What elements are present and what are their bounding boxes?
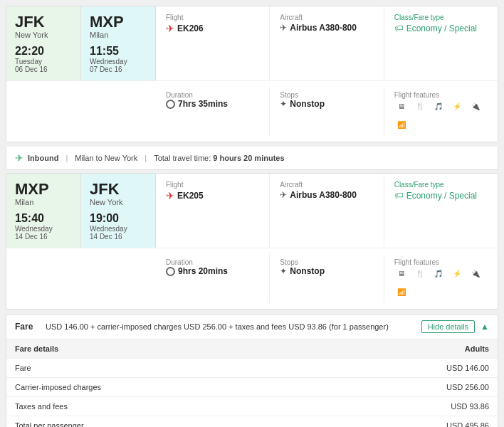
- main-container: JFK New York 22:20 Tuesday 06 Dec 16 MXP…: [0, 0, 504, 427]
- outbound-stops-label: Stops: [280, 91, 373, 99]
- clock-icon-2: [166, 267, 175, 276]
- outbound-arrive-col: MXP Milan 11:55 Wednesday 07 Dec 16: [81, 6, 156, 80]
- inbound-features-icons: 🖥 🍴 🎵 ⚡ 🔌 📶: [394, 266, 488, 299]
- inbound-secondary-row: Duration 9hrs 20mins Stops ✦ Nonstop Fli…: [6, 248, 498, 309]
- outbound-aircraft-value: Airbus A380-800: [290, 23, 357, 33]
- inbound-depart-arrive: MXP Milan 15:40 Wednesday 14 Dec 16 JFK …: [6, 174, 156, 248]
- fare-row: Total per passengerUSD 495.86: [6, 416, 498, 427]
- inbound-features-block: Flight features 🖥 🍴 🎵 ⚡ 🔌 📶: [384, 254, 498, 303]
- clock-icon: [166, 100, 175, 109]
- outbound-faretype-value: Economy / Special: [406, 23, 477, 33]
- fare-row-value: USD 256.00: [303, 378, 498, 397]
- fare-row-value: USD 495.86: [303, 416, 498, 427]
- wifi-icon-2: 📶: [394, 285, 409, 299]
- stops-icon-2: ✦: [280, 266, 287, 276]
- outbound-duration-block: Duration 7hrs 35mins: [156, 87, 270, 136]
- outbound-faretype-block: Class/Fare type 🏷 Economy / Special: [384, 6, 498, 80]
- inbound-flight-block: Flight ✈ EK205: [156, 174, 270, 248]
- fare-section-label: Fare: [15, 322, 40, 332]
- wifi-icon: 📶: [394, 117, 409, 132]
- outbound-depart-day: Tuesday: [15, 58, 72, 65]
- outbound-arrive-code: MXP: [90, 14, 147, 31]
- fare-row-label: Total per passenger: [6, 416, 303, 427]
- outbound-depart-arrive: JFK New York 22:20 Tuesday 06 Dec 16 MXP…: [6, 6, 156, 80]
- fare-header: Fare USD 146.00 + carrier-imposed charge…: [6, 315, 498, 339]
- inbound-duration-value: 9hrs 20mins: [178, 266, 228, 276]
- inbound-arrive-date: 14 Dec 16: [90, 233, 147, 241]
- hide-details-button[interactable]: Hide details: [421, 320, 475, 333]
- outbound-features-label: Flight features: [394, 91, 488, 99]
- meal-icon: 🍴: [413, 99, 427, 113]
- outbound-main-row: JFK New York 22:20 Tuesday 06 Dec 16 MXP…: [6, 6, 498, 81]
- inbound-arrive-city: New York: [90, 198, 147, 206]
- inbound-travel-time-label: Total travel time: 9 hours 20 minutes: [154, 154, 284, 162]
- emirates-icon-2: ✈: [166, 190, 174, 201]
- fare-row-label: Fare: [6, 359, 303, 378]
- fare-row: Carrier-imposed chargesUSD 256.00: [6, 378, 498, 397]
- inbound-faretype-value: Economy / Special: [406, 191, 477, 201]
- inbound-arrive-day: Wednesday: [90, 225, 147, 233]
- stops-icon: ✦: [280, 99, 287, 109]
- inbound-depart-day: Wednesday: [15, 225, 72, 233]
- inbound-stops-label: Stops: [280, 258, 373, 266]
- outbound-flight-card: JFK New York 22:20 Tuesday 06 Dec 16 MXP…: [6, 6, 498, 142]
- outbound-secondary-details: Duration 7hrs 35mins Stops ✦ Nonstop Fli…: [156, 81, 498, 142]
- inbound-stops-block: Stops ✦ Nonstop: [270, 254, 384, 303]
- fare-table-header-row: Fare details Adults: [6, 339, 498, 359]
- aircraft-icon: ✈: [280, 23, 287, 33]
- inbound-aircraft-block: Aircraft ✈ Airbus A380-800: [270, 174, 384, 248]
- usb-icon-2: 🔌: [468, 266, 483, 280]
- outbound-aircraft-block: Aircraft ✈ Airbus A380-800: [270, 6, 384, 80]
- inbound-flight-value: EK205: [177, 191, 204, 201]
- inbound-depart-code: MXP: [15, 181, 72, 198]
- usb-icon: 🔌: [468, 99, 483, 113]
- entertainment-icon: 🎵: [431, 99, 446, 113]
- inbound-arrive-col: JFK New York 19:00 Wednesday 14 Dec 16: [81, 174, 156, 248]
- meal-icon-2: 🍴: [413, 266, 427, 280]
- emirates-icon: ✈: [166, 23, 174, 34]
- outbound-flight-block: Flight ✈ EK206: [156, 6, 270, 80]
- outbound-faretype-label: Class/Fare type: [394, 14, 488, 21]
- inbound-depart-city: Milan: [15, 198, 72, 206]
- entertainment-icon-2: 🎵: [431, 266, 446, 280]
- fare-row-label: Carrier-imposed charges: [6, 378, 303, 397]
- outbound-arrive-date: 07 Dec 16: [90, 65, 147, 73]
- outbound-depart-col: JFK New York 22:20 Tuesday 06 Dec 16: [6, 6, 81, 80]
- fare-col1-header: Fare details: [6, 339, 303, 359]
- power-icon: ⚡: [450, 99, 464, 113]
- outbound-depart-code: JFK: [15, 14, 72, 31]
- fare-row-value: USD 146.00: [303, 359, 498, 378]
- aircraft-icon-2: ✈: [280, 190, 287, 200]
- inbound-bar: ✈ Inbound | Milan to New York | Total tr…: [6, 147, 498, 170]
- outbound-depart-date: 06 Dec 16: [15, 65, 72, 73]
- tag-icon: 🏷: [394, 23, 404, 33]
- inbound-faretype-block: Class/Fare type 🏷 Economy / Special: [384, 174, 498, 248]
- chevron-up-icon: ▲: [481, 322, 489, 332]
- outbound-stops-block: Stops ✦ Nonstop: [270, 87, 384, 136]
- fare-table-body: FareUSD 146.00Carrier-imposed chargesUSD…: [6, 359, 498, 427]
- outbound-duration-label: Duration: [166, 91, 259, 99]
- outbound-stops-value: Nonstop: [290, 99, 325, 109]
- outbound-depart-time: 22:20: [15, 45, 72, 58]
- inbound-travel-time: 9 hours 20 minutes: [213, 154, 284, 162]
- inbound-main-row: MXP Milan 15:40 Wednesday 14 Dec 16 JFK …: [6, 174, 498, 248]
- fare-col2-header: Adults: [303, 339, 498, 359]
- inbound-flight-card: MXP Milan 15:40 Wednesday 14 Dec 16 JFK …: [6, 173, 498, 310]
- outbound-arrive-city: Milan: [90, 31, 147, 39]
- inbound-flight-label: Flight: [166, 181, 259, 189]
- inbound-aircraft-value: Airbus A380-800: [290, 190, 357, 200]
- inbound-features-label: Flight features: [394, 258, 488, 266]
- inbound-duration-block: Duration 9hrs 20mins: [156, 254, 270, 303]
- inbound-aircraft-label: Aircraft: [280, 181, 373, 189]
- outbound-features-block: Flight features 🖥 🍴 🎵 ⚡ 🔌 📶: [384, 87, 498, 136]
- inbound-depart-time: 15:40: [15, 212, 72, 225]
- inbound-flight-details: Flight ✈ EK205 Aircraft ✈ Airbus A380-80…: [156, 174, 498, 248]
- power-icon-2: ⚡: [450, 266, 464, 280]
- inbound-stops-value: Nonstop: [290, 266, 325, 276]
- inbound-arrive-code: JFK: [90, 181, 147, 198]
- outbound-aircraft-label: Aircraft: [280, 14, 373, 21]
- tag-icon-2: 🏷: [394, 190, 404, 201]
- outbound-duration-value: 7hrs 35mins: [178, 99, 228, 109]
- fare-table: Fare details Adults FareUSD 146.00Carrie…: [6, 339, 498, 427]
- inbound-direction-label: Inbound: [28, 154, 58, 162]
